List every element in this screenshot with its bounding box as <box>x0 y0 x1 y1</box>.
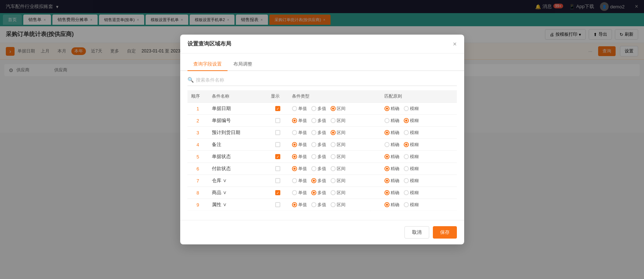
table-row: 1单据日期✓单值多值区间精确模糊 <box>187 103 457 115</box>
radio-circle-range-2 <box>331 130 336 133</box>
match-radio-group-1: 精确模糊 <box>384 118 453 124</box>
modal-header: 设置查询区域布局 × <box>180 35 464 54</box>
th-show: 显示 <box>267 90 288 103</box>
radio-label-single-0: 单值 <box>298 106 307 112</box>
th-order: 顺序 <box>187 90 209 103</box>
checkbox-2[interactable] <box>271 130 285 133</box>
radio-match-label-exact-1: 精确 <box>391 118 399 124</box>
match-radio-group-2: 精确模糊 <box>384 130 453 133</box>
radio-match-circle-exact-1 <box>384 118 390 123</box>
type-radio-group-0: 单值多值区间 <box>292 106 377 112</box>
match-radio-group-0: 精确模糊 <box>384 106 453 112</box>
tab-layout-adjust[interactable]: 布局调整 <box>228 58 258 71</box>
radio-match-label-exact-0: 精确 <box>391 106 399 112</box>
radio-label-multi-2: 多值 <box>317 130 326 133</box>
modal-title: 设置查询区域布局 <box>187 40 231 47</box>
radio-match-exact-1[interactable]: 精确 <box>384 118 399 124</box>
modal-overlay: 设置查询区域布局 × 查询字段设置 布局调整 🔍 <box>0 0 644 133</box>
radio-label-range-2: 区间 <box>337 130 345 133</box>
radio-match-fuzzy-0[interactable]: 模糊 <box>404 106 419 112</box>
radio-circle-multi-0 <box>311 106 316 111</box>
checkbox-inner-2[interactable] <box>275 130 280 133</box>
cell-show-2[interactable] <box>267 127 288 133</box>
radio-match-exact-2[interactable]: 精确 <box>384 130 399 133</box>
search-box: 🔍 <box>187 77 457 86</box>
settings-table: 顺序 条件名称 显示 条件类型 匹配原则 1单据日期✓单值多值区间精确模糊2单据… <box>187 90 457 133</box>
table-scroll: 顺序 条件名称 显示 条件类型 匹配原则 1单据日期✓单值多值区间精确模糊2单据… <box>187 90 457 133</box>
modal-tabs: 查询字段设置 布局调整 <box>180 54 464 71</box>
radio-match-circle-exact-0 <box>384 106 390 111</box>
cell-match-0: 精确模糊 <box>381 103 457 115</box>
type-radio-group-1: 单值多值区间 <box>292 118 377 124</box>
radio-type-range-2[interactable]: 区间 <box>331 130 345 133</box>
cell-name-0: 单据日期 <box>208 103 267 115</box>
radio-label-single-1: 单值 <box>298 118 307 124</box>
cell-type-0: 单值多值区间 <box>288 103 381 115</box>
cell-type-2: 单值多值区间 <box>288 127 381 133</box>
radio-circle-single-1 <box>292 118 297 123</box>
radio-type-multi-0[interactable]: 多值 <box>311 106 326 112</box>
radio-match-fuzzy-1[interactable]: 模糊 <box>404 118 419 124</box>
tab-layout-adjust-label: 布局调整 <box>233 61 252 67</box>
radio-label-multi-0: 多值 <box>317 106 326 112</box>
cell-match-2: 精确模糊 <box>381 127 457 133</box>
radio-match-circle-fuzzy-0 <box>404 106 409 111</box>
table-row: 2单据编号单值多值区间精确模糊 <box>187 115 457 127</box>
radio-circle-multi-1 <box>311 118 316 123</box>
cell-name-2: 预计到货日期 <box>208 127 267 133</box>
cell-match-1: 精确模糊 <box>381 115 457 127</box>
radio-match-exact-0[interactable]: 精确 <box>384 106 399 112</box>
radio-circle-multi-2 <box>311 130 316 133</box>
search-icon: 🔍 <box>187 77 194 83</box>
radio-label-multi-1: 多值 <box>317 118 326 124</box>
modal: 设置查询区域布局 × 查询字段设置 布局调整 🔍 <box>180 35 464 133</box>
radio-match-label-fuzzy-1: 模糊 <box>410 118 419 124</box>
radio-circle-range-1 <box>331 118 336 123</box>
radio-circle-single-2 <box>292 130 297 133</box>
radio-circle-single-0 <box>292 106 297 111</box>
radio-match-label-fuzzy-2: 模糊 <box>410 130 419 133</box>
th-type: 条件类型 <box>288 90 381 103</box>
checkbox-inner-1[interactable] <box>275 118 280 123</box>
radio-label-range-0: 区间 <box>337 106 345 112</box>
radio-type-multi-1[interactable]: 多值 <box>311 118 326 124</box>
tab-query-field-label: 查询字段设置 <box>193 61 222 67</box>
radio-type-single-2[interactable]: 单值 <box>292 130 307 133</box>
radio-type-range-0[interactable]: 区间 <box>331 106 345 112</box>
radio-label-single-2: 单值 <box>298 130 307 133</box>
checkbox-1[interactable] <box>271 118 285 123</box>
th-match: 匹配原则 <box>381 90 457 103</box>
cell-show-1[interactable] <box>267 115 288 127</box>
checkbox-inner-0[interactable]: ✓ <box>275 106 280 111</box>
tab-query-field[interactable]: 查询字段设置 <box>187 58 228 71</box>
radio-type-single-0[interactable]: 单值 <box>292 106 307 112</box>
radio-match-circle-fuzzy-2 <box>404 130 409 133</box>
radio-match-fuzzy-2[interactable]: 模糊 <box>404 130 419 133</box>
radio-match-circle-fuzzy-1 <box>404 118 409 123</box>
cell-type-1: 单值多值区间 <box>288 115 381 127</box>
radio-match-circle-exact-2 <box>384 130 390 133</box>
radio-match-label-exact-2: 精确 <box>391 130 399 133</box>
th-name: 条件名称 <box>208 90 267 103</box>
radio-type-single-1[interactable]: 单值 <box>292 118 307 124</box>
radio-circle-range-0 <box>331 106 336 111</box>
cell-order-1: 2 <box>187 115 209 127</box>
modal-close-button[interactable]: × <box>453 41 457 47</box>
checkbox-0[interactable]: ✓ <box>271 106 285 111</box>
search-input[interactable] <box>196 77 457 83</box>
radio-match-label-fuzzy-0: 模糊 <box>410 106 419 112</box>
modal-body: 🔍 顺序 条件名称 显示 条件类型 匹配原则 <box>180 71 464 133</box>
table-row: 3预计到货日期单值多值区间精确模糊 <box>187 127 457 133</box>
cell-order-0: 1 <box>187 103 209 115</box>
cell-name-1: 单据编号 <box>208 115 267 127</box>
cell-order-2: 3 <box>187 127 209 133</box>
cell-show-0[interactable]: ✓ <box>267 103 288 115</box>
type-radio-group-2: 单值多值区间 <box>292 130 377 133</box>
radio-type-multi-2[interactable]: 多值 <box>311 130 326 133</box>
radio-type-range-1[interactable]: 区间 <box>331 118 345 124</box>
radio-label-range-1: 区间 <box>337 118 345 124</box>
